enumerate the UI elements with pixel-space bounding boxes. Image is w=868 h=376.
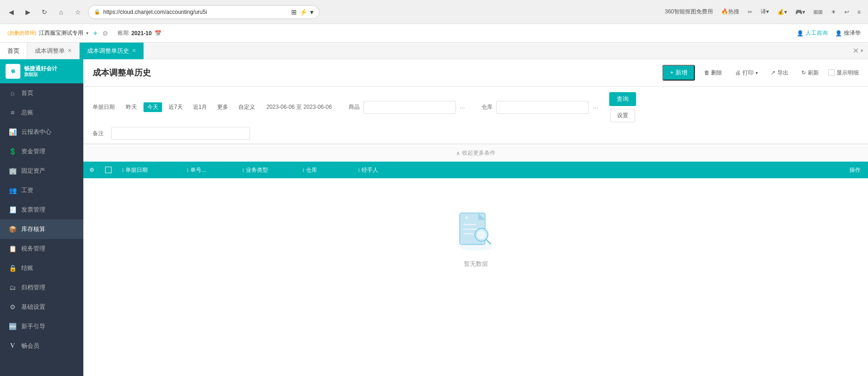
sidebar-item-invoice[interactable]: 🧾 发票管理	[0, 200, 83, 219]
user-profile[interactable]: 👤 徐泽华	[835, 29, 861, 37]
th-date[interactable]: ↕ 单据日期	[117, 166, 181, 174]
th-settings[interactable]: ⚙	[83, 167, 100, 173]
date-tab-yesterday[interactable]: 昨天	[122, 102, 141, 112]
add-company-btn[interactable]: +	[93, 29, 97, 38]
goods-more-btn[interactable]: ···	[460, 104, 465, 111]
settings-icon[interactable]: ⚙	[102, 30, 108, 37]
sidebar-item-vip[interactable]: V 畅会员	[0, 336, 83, 356]
empty-state: 暂无数据	[83, 178, 868, 296]
service-icon: 👤	[797, 30, 804, 37]
wallet-tool[interactable]: 💰▾	[774, 8, 790, 16]
company-selector[interactable]: (勿删勿禁用) 江西服宝测试专用 ▾ + ⚙	[7, 29, 108, 38]
translate-tool[interactable]: 译▾	[758, 7, 772, 17]
goods-filter-input[interactable]	[363, 101, 456, 114]
filter-settings-button[interactable]: 设置	[610, 109, 635, 122]
date-tab-7days[interactable]: 近7天	[165, 102, 187, 112]
calendar-icon[interactable]: 📅	[155, 30, 162, 37]
apps-icon[interactable]: ⊞	[291, 8, 297, 16]
empty-text: 暂无数据	[464, 260, 488, 268]
hot-search[interactable]: 🔥热搜	[718, 7, 742, 17]
tab-home-label: 首页	[7, 47, 19, 55]
tab-cost-adjust-close[interactable]: ✕	[68, 48, 72, 54]
date-tab-more[interactable]: 更多	[213, 102, 232, 112]
sidebar-item-archive[interactable]: 🗂 归档管理	[0, 278, 83, 297]
th-warehouse[interactable]: ↕ 仓库	[297, 166, 353, 174]
warehouse-more-btn[interactable]: ···	[593, 104, 598, 111]
sidebar-item-funds[interactable]: 💲 资金管理	[0, 142, 83, 161]
menu-tool[interactable]: ≡	[855, 8, 863, 16]
sidebar-item-invoice-label: 发票管理	[21, 206, 45, 214]
refresh-button[interactable]: ↻	[38, 6, 51, 19]
tab-cost-adjust-history[interactable]: 成本调整单历史 ✕	[80, 43, 144, 59]
user-name-text: 徐泽华	[844, 29, 861, 37]
header-checkbox[interactable]	[105, 167, 112, 173]
sidebar-item-tax[interactable]: 📋 税务管理	[0, 239, 83, 258]
tab-cost-adjust-history-close[interactable]: ✕	[132, 48, 136, 54]
sidebar-item-ledger[interactable]: ≡ 总账	[0, 103, 83, 122]
print-label: 打印	[743, 69, 754, 77]
sidebar-item-ledger-label: 总账	[21, 108, 33, 117]
home-icon: ⌂	[8, 89, 17, 97]
th-type[interactable]: ↕ 业务类型	[237, 166, 297, 174]
query-button[interactable]: 查询	[609, 92, 636, 106]
ai-tool[interactable]: 360智能抠图免费用	[662, 7, 716, 17]
star-button[interactable]: ☆	[71, 6, 84, 19]
sidebar-item-settings[interactable]: ⚙ 基础设置	[0, 297, 83, 317]
column-settings-icon[interactable]: ⚙	[89, 167, 94, 173]
tab-home[interactable]: 首页	[0, 43, 27, 59]
new-button[interactable]: + 新增	[662, 65, 694, 81]
game-tool[interactable]: 🎮▾	[793, 8, 808, 16]
address-bar[interactable]: 🔒 https://cloud.chanjet.com/accounting/u…	[88, 5, 319, 19]
filter-row-2: 备注	[93, 127, 859, 140]
th-checkbox[interactable]	[100, 167, 117, 173]
sidebar-item-guide[interactable]: 🆕 新手引导	[0, 317, 83, 336]
remark-filter-input[interactable]	[111, 127, 250, 140]
archive-icon: 🗂	[8, 284, 17, 291]
logo-name: 畅捷通好会计	[24, 65, 57, 72]
tab-menu-icon[interactable]: ▾	[861, 48, 863, 54]
export-button[interactable]: ↗ 导出	[767, 67, 792, 79]
reports-icon: 📊	[8, 128, 17, 136]
warehouse-filter-label: 仓库	[481, 103, 493, 111]
print-dropdown-icon[interactable]: ▾	[756, 70, 758, 75]
inventory-icon: 📦	[8, 226, 17, 233]
forward-button[interactable]: ▶	[21, 6, 34, 19]
sidebar-item-inventory[interactable]: 📦 库存核算	[0, 219, 83, 239]
sidebar-item-fixed-assets-label: 固定资产	[21, 167, 45, 175]
sidebar-item-fixed-assets[interactable]: 🏢 固定资产	[0, 161, 83, 181]
th-number[interactable]: ↕ 单号...	[181, 166, 237, 174]
print-button[interactable]: 🖨 打印 ▾	[731, 67, 762, 79]
tab-close-all[interactable]: ✕	[853, 46, 859, 55]
show-cols-checkbox[interactable]	[828, 69, 835, 76]
back-button[interactable]: ◀	[5, 6, 18, 19]
sidebar-item-salary[interactable]: 👥 工资	[0, 181, 83, 200]
show-cols-toggle[interactable]: 显示明细	[828, 69, 859, 77]
app-logo[interactable]: 畅 畅捷通好会计 旗舰版	[0, 59, 83, 83]
undo-tool[interactable]: ↩	[842, 8, 852, 16]
customer-service[interactable]: 👤 人工咨询	[797, 29, 828, 37]
scissors-tool[interactable]: ✂	[745, 8, 755, 16]
sidebar-item-closing[interactable]: 🔒 结账	[0, 258, 83, 278]
th-handler[interactable]: ↕ 经手人	[353, 166, 408, 174]
guide-icon: 🆕	[8, 323, 17, 330]
date-range-display: 2023-06-06 至 2023-06-06	[266, 103, 331, 111]
refresh-button[interactable]: ↻ 刷新	[798, 67, 823, 79]
delete-button[interactable]: 🗑 删除	[700, 67, 726, 79]
sidebar-item-reports[interactable]: 📊 云报表中心	[0, 122, 83, 142]
grid-tool[interactable]: ⊞⊞	[811, 8, 825, 16]
dropdown-icon[interactable]: ▾	[310, 8, 313, 16]
date-tab-custom[interactable]: 自定义	[235, 102, 259, 112]
tab-cost-adjust[interactable]: 成本调整单 ✕	[27, 43, 80, 59]
date-tab-today[interactable]: 今天	[144, 102, 162, 112]
collapse-button[interactable]: ∧ 收起更多条件	[449, 147, 503, 159]
warehouse-filter-input[interactable]	[496, 101, 589, 114]
date-tab-1month[interactable]: 近1月	[189, 102, 211, 112]
brightness-tool[interactable]: ☀	[828, 8, 839, 16]
sidebar-item-home[interactable]: ⌂ 首页	[0, 83, 83, 103]
lightning-icon[interactable]: ⚡	[300, 8, 307, 16]
home-button[interactable]: ⌂	[55, 6, 68, 19]
th-type-label: ↕ 业务类型	[242, 166, 268, 174]
company-dropdown-icon[interactable]: ▾	[86, 31, 88, 36]
th-handler-label: ↕ 经手人	[357, 166, 378, 174]
header-right: 👤 人工咨询 👤 徐泽华	[797, 29, 861, 37]
